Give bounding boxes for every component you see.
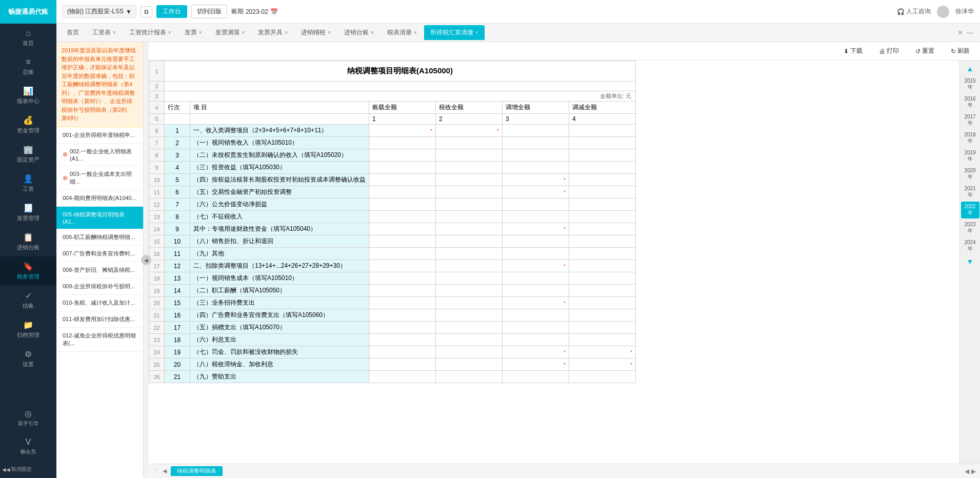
cell-e[interactable] [503, 211, 569, 223]
cell-c[interactable] [369, 346, 436, 358]
tab-close-icon[interactable]: × [242, 30, 245, 35]
tab-in-out-check[interactable]: 进销稽校 × [295, 25, 337, 40]
cell-d[interactable] [436, 198, 503, 211]
year-2023-button[interactable]: 2023年 [961, 220, 979, 236]
cell-e[interactable] [503, 149, 569, 162]
cell-e[interactable] [503, 346, 569, 358]
cell-c[interactable] [369, 285, 436, 297]
year-2020-button[interactable]: 2020年 [961, 166, 979, 183]
reset-button[interactable]: ↺ 重置 [911, 45, 938, 57]
tab-tax-list[interactable]: 税表清册 × [381, 25, 423, 40]
sidebar-item-settings[interactable]: ⚙ 设置 [0, 344, 56, 373]
year-2021-button[interactable]: 2021年 [961, 184, 979, 201]
minimize-button[interactable]: — [964, 28, 976, 37]
cell-d[interactable] [436, 346, 503, 358]
form-list-item[interactable]: 006-职工薪酬纳税调整明细... [56, 229, 143, 246]
cell-c[interactable] [369, 162, 436, 174]
support-link[interactable]: 🎧 人工咨询 [897, 7, 931, 16]
tab-close-icon[interactable]: × [475, 30, 478, 35]
cell-f[interactable] [569, 260, 636, 272]
year-2017-button[interactable]: 2017年 [961, 112, 979, 129]
cell-e[interactable] [503, 186, 569, 198]
sidebar-item-invoice[interactable]: 🧾 发票管理 [0, 198, 56, 227]
cell-f[interactable] [569, 223, 636, 235]
cell-d[interactable] [436, 211, 503, 223]
year-scroll-up-button[interactable]: ▲ [965, 63, 976, 75]
cell-e[interactable] [503, 371, 569, 383]
form-list-item[interactable]: 012-减免企业所得税优惠明细表(... [56, 328, 143, 352]
cell-c[interactable] [369, 125, 436, 137]
cell-f[interactable] [569, 334, 636, 346]
scroll-left-icon[interactable]: ◀ [163, 468, 167, 474]
form-list-item[interactable]: ⊗ 002-一般企业收入明细表(A1... [56, 144, 143, 166]
form-list-item[interactable]: 011-研发费用加计扣除优惠... [56, 311, 143, 328]
cell-d[interactable] [436, 149, 503, 162]
cell-e[interactable] [503, 260, 569, 272]
cell-d[interactable] [436, 162, 503, 174]
cell-d[interactable] [436, 137, 503, 149]
year-2022-button[interactable]: 2022年 [961, 202, 979, 218]
tab-payroll[interactable]: 工资表 × [86, 25, 122, 40]
calendar-icon[interactable]: 📅 [270, 8, 278, 15]
cell-c[interactable] [369, 334, 436, 346]
cell-f[interactable] [569, 346, 636, 358]
cell-f[interactable] [569, 198, 636, 211]
scroll-right-button[interactable]: ▶ [971, 468, 976, 475]
tab-close-icon[interactable]: × [285, 30, 288, 35]
cell-d[interactable] [436, 125, 503, 137]
tab-close-icon[interactable]: × [168, 30, 171, 35]
year-2018-button[interactable]: 2018年 [961, 130, 979, 147]
cell-d[interactable] [436, 285, 503, 297]
cell-d[interactable] [436, 174, 503, 186]
cell-e[interactable] [503, 358, 569, 371]
cell-c[interactable] [369, 248, 436, 260]
workspace-button[interactable]: 工作台 [156, 5, 187, 18]
cell-c[interactable] [369, 186, 436, 198]
cell-f[interactable] [569, 186, 636, 198]
cell-f[interactable] [569, 235, 636, 248]
cell-c[interactable] [369, 260, 436, 272]
cell-f[interactable] [569, 248, 636, 260]
sidebar-item-report[interactable]: 📊 报表中心 [0, 81, 56, 110]
sidebar-item-vip[interactable]: V 畅会员 [0, 432, 56, 461]
sidebar-item-funds[interactable]: 💰 资金管理 [0, 110, 56, 140]
cell-f[interactable] [569, 358, 636, 371]
cell-c[interactable] [369, 149, 436, 162]
switch-old-button[interactable]: 切到旧版 [191, 5, 227, 18]
sheet-container[interactable]: 1 纳税调整项目明细表(A105000) 2 3 金额单位: 元 [149, 61, 959, 464]
scroll-left-button[interactable]: ◀ [965, 468, 969, 475]
print-button[interactable]: 🖨 打印 [875, 45, 903, 57]
cell-e[interactable] [503, 174, 569, 186]
collapse-left-panel-button[interactable]: ◀ [141, 255, 151, 265]
cell-e[interactable] [503, 334, 569, 346]
cell-c[interactable] [369, 272, 436, 285]
cell-c[interactable] [369, 211, 436, 223]
cell-c[interactable] [369, 223, 436, 235]
cell-c[interactable] [369, 309, 436, 322]
cell-d[interactable] [436, 358, 503, 371]
cell-d[interactable] [436, 371, 503, 383]
cell-e[interactable] [503, 285, 569, 297]
year-2015-button[interactable]: 2015年 [961, 76, 979, 93]
cell-f[interactable] [569, 149, 636, 162]
tab-home[interactable]: 首页 [61, 25, 85, 40]
cell-f[interactable] [569, 371, 636, 383]
sidebar-item-home[interactable]: ⌂ 首页 [0, 24, 56, 52]
year-scroll-down-button[interactable]: ▼ [965, 255, 976, 268]
cell-f[interactable] [569, 174, 636, 186]
tab-close-icon[interactable]: × [113, 30, 116, 35]
cell-c[interactable] [369, 358, 436, 371]
cell-c[interactable] [369, 371, 436, 383]
cell-f[interactable] [569, 137, 636, 149]
year-2024-button[interactable]: 2024年 [961, 237, 979, 254]
sidebar-item-payroll[interactable]: 👤 工资 [0, 169, 56, 198]
company-selector[interactable]: (物副) 江西股室-LSS ▼ [63, 5, 136, 18]
sidebar-item-close[interactable]: ✓ 结账 [0, 286, 56, 315]
tab-close-icon[interactable]: × [199, 30, 202, 35]
form-list-item[interactable]: 010-免税、减计收入及加计... [56, 295, 143, 311]
cell-e[interactable] [503, 125, 569, 137]
cell-f[interactable] [569, 211, 636, 223]
form-list-item-active[interactable]: 005-纳税调整项目明细表(A1... [56, 207, 143, 229]
cell-d[interactable] [436, 248, 503, 260]
cell-d[interactable] [436, 309, 503, 322]
